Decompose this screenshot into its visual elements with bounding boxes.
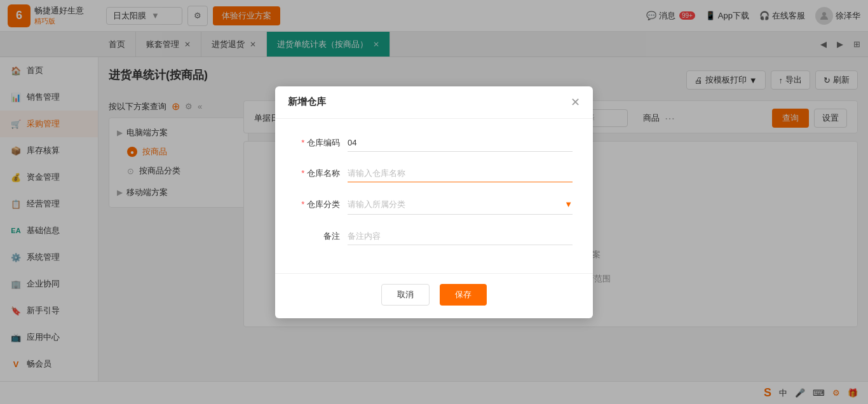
field-remark-label: 备注 — [295, 231, 340, 242]
form-row-code: 仓库编码 — [295, 134, 573, 152]
cancel-button[interactable]: 取消 — [381, 284, 430, 306]
dialog-footer: 取消 保存 — [275, 273, 593, 318]
field-category-label: 仓库分类 — [295, 199, 340, 210]
warehouse-code-input[interactable] — [348, 134, 573, 152]
add-warehouse-dialog: 新增仓库 ✕ 仓库编码 仓库名称 仓库分类 请输入所属分类 ▼ — [275, 86, 593, 318]
modal-overlay: 新增仓库 ✕ 仓库编码 仓库名称 仓库分类 请输入所属分类 ▼ — [0, 0, 868, 404]
dialog-header: 新增仓库 ✕ — [275, 86, 593, 119]
warehouse-name-input[interactable] — [348, 165, 573, 182]
form-row-name: 仓库名称 — [295, 165, 573, 182]
field-name-label: 仓库名称 — [295, 168, 340, 179]
dialog-body: 仓库编码 仓库名称 仓库分类 请输入所属分类 ▼ 备注 — [275, 119, 593, 273]
field-code-label: 仓库编码 — [295, 137, 340, 149]
close-dialog-icon[interactable]: ✕ — [571, 95, 580, 109]
warehouse-remark-input[interactable] — [348, 227, 573, 245]
warehouse-category-select[interactable]: 请输入所属分类 ▼ — [348, 195, 573, 215]
dialog-title: 新增仓库 — [288, 96, 326, 108]
select-arrow-icon: ▼ — [564, 199, 573, 209]
save-button[interactable]: 保存 — [440, 284, 487, 306]
form-row-remark: 备注 — [295, 227, 573, 245]
form-row-category: 仓库分类 请输入所属分类 ▼ — [295, 195, 573, 215]
